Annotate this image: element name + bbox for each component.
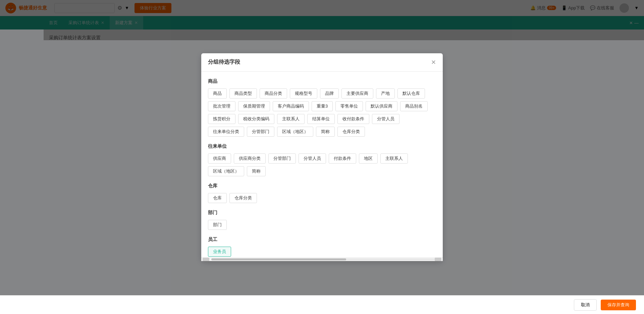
modal-body[interactable]: 商品 商品 商品类型 商品分类 规格型号 品牌 主要供应商 产地 默认仓库 批次… xyxy=(201,72,443,257)
field-tag-payment-terms2[interactable]: 付款条件 xyxy=(329,153,356,164)
field-tag-supplier[interactable]: 供应商 xyxy=(208,153,231,164)
field-tag-payment-terms[interactable]: 收付款条件 xyxy=(337,114,369,124)
field-tag-main-contact2[interactable]: 主联系人 xyxy=(380,153,408,164)
field-group-goods-title: 商品 xyxy=(208,78,436,84)
field-tag-main-contact[interactable]: 主联系人 xyxy=(277,114,305,124)
field-group-warehouse: 仓库 仓库 仓库分类 xyxy=(208,183,436,203)
field-tag-dept[interactable]: 部门 xyxy=(208,220,227,230)
field-tag-origin[interactable]: 产地 xyxy=(376,88,395,99)
modal-header: 分组待选字段 ✕ xyxy=(201,53,443,72)
field-tag-batch-mgmt[interactable]: 批次管理 xyxy=(208,101,235,111)
field-tag-supplier-category[interactable]: 供应商分类 xyxy=(234,153,266,164)
field-tag-shelf-life[interactable]: 保质期管理 xyxy=(238,101,270,111)
field-group-partner: 往来单位 供应商 供应商分类 分管部门 分管人员 付款条件 地区 主联系人 区域… xyxy=(208,143,436,176)
field-tags-dept: 部门 xyxy=(208,220,436,230)
scrollbar-thumb xyxy=(211,258,346,260)
field-group-goods: 商品 商品 商品类型 商品分类 规格型号 品牌 主要供应商 产地 默认仓库 批次… xyxy=(208,78,436,137)
field-tag-customer-code[interactable]: 客户商品编码 xyxy=(273,101,309,111)
field-tag-warehouse-category[interactable]: 仓库分类 xyxy=(337,127,365,137)
field-group-warehouse-title: 仓库 xyxy=(208,183,436,189)
field-tag-supervisor2[interactable]: 分管人员 xyxy=(299,153,326,164)
field-tag-alias[interactable]: 商品别名 xyxy=(400,101,428,111)
field-tag-default-warehouse[interactable]: 默认仓库 xyxy=(397,88,425,99)
field-tag-dept-managed[interactable]: 分管部门 xyxy=(247,127,274,137)
modal: 分组待选字段 ✕ 商品 商品 商品类型 商品分类 规格型号 品牌 主要供应商 产… xyxy=(201,53,443,261)
scrollbar-track xyxy=(211,258,436,260)
horizontal-scrollbar[interactable] xyxy=(201,257,443,261)
field-tag-abbr[interactable]: 简称 xyxy=(316,127,335,137)
modal-save-button[interactable]: 保存并查询 xyxy=(601,300,636,310)
field-tag-dept-managed2[interactable]: 分管部门 xyxy=(268,153,296,164)
field-tag-goods[interactable]: 商品 xyxy=(208,88,227,99)
field-tag-tax-code[interactable]: 税收分类编码 xyxy=(238,114,274,124)
field-tag-region3[interactable]: 区域（地区） xyxy=(208,166,244,176)
field-tag-brand[interactable]: 品牌 xyxy=(320,88,339,99)
scrollbar-left-indicator xyxy=(203,258,209,261)
field-tag-spec-model[interactable]: 规格型号 xyxy=(290,88,317,99)
modal-close-button[interactable]: ✕ xyxy=(431,59,436,66)
field-group-staff-title: 员工 xyxy=(208,237,436,243)
field-tags-goods: 商品 商品类型 商品分类 规格型号 品牌 主要供应商 产地 默认仓库 批次管理 … xyxy=(208,88,436,137)
modal-bottom-bar: 取消 保存并查询 xyxy=(0,295,644,314)
field-tag-goods-category[interactable]: 商品分类 xyxy=(260,88,287,99)
field-tag-retail-unit[interactable]: 零售单位 xyxy=(335,101,363,111)
field-tag-pick-points[interactable]: 拣货积分 xyxy=(208,114,235,124)
field-tag-main-supplier[interactable]: 主要供应商 xyxy=(341,88,373,99)
field-tags-partner: 供应商 供应商分类 分管部门 分管人员 付款条件 地区 主联系人 区域（地区） … xyxy=(208,153,436,176)
field-tags-warehouse: 仓库 仓库分类 xyxy=(208,193,436,203)
field-tag-region[interactable]: 区域（地区） xyxy=(277,127,313,137)
field-tag-weight[interactable]: 重量3 xyxy=(312,101,333,111)
field-tag-warehouse[interactable]: 仓库 xyxy=(208,193,227,203)
field-tag-salesperson[interactable]: 业务员 xyxy=(208,247,231,257)
modal-title: 分组待选字段 xyxy=(208,59,240,66)
field-tag-default-supplier[interactable]: 默认供应商 xyxy=(366,101,397,111)
modal-cancel-button[interactable]: 取消 xyxy=(574,299,597,311)
field-tag-supervisor[interactable]: 分管人员 xyxy=(372,114,399,124)
scrollbar-right-indicator xyxy=(435,258,441,261)
field-group-staff: 员工 业务员 xyxy=(208,237,436,257)
field-group-partner-title: 往来单位 xyxy=(208,143,436,149)
field-tag-region2[interactable]: 地区 xyxy=(359,153,378,164)
field-tag-partner-category[interactable]: 往来单位分类 xyxy=(208,127,244,137)
field-tag-warehouse-cat[interactable]: 仓库分类 xyxy=(229,193,257,203)
field-tag-goods-type[interactable]: 商品类型 xyxy=(229,88,257,99)
field-group-dept: 部门 部门 xyxy=(208,210,436,230)
field-tag-settlement-unit[interactable]: 结算单位 xyxy=(307,114,335,124)
field-tag-abbr2[interactable]: 简称 xyxy=(247,166,266,176)
field-group-dept-title: 部门 xyxy=(208,210,436,216)
modal-overlay: 分组待选字段 ✕ 商品 商品 商品类型 商品分类 规格型号 品牌 主要供应商 产… xyxy=(0,0,644,314)
field-tags-staff: 业务员 xyxy=(208,247,436,257)
